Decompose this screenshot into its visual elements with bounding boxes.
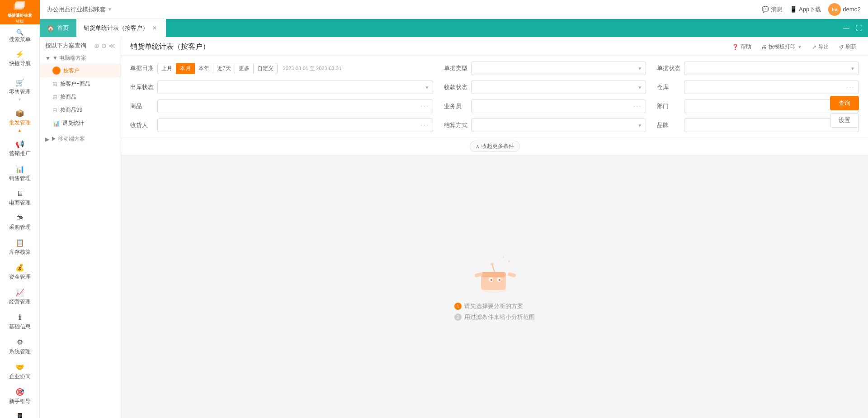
filter-out-status: 出库状态 ▼ [130,81,433,94]
out-status-control[interactable]: ▼ [157,81,433,94]
message-icon: 💬 [762,6,769,13]
scheme-item-by-goods99[interactable]: ⊟ 按商品99 [40,104,121,117]
settlement-caret: ▼ [637,123,642,128]
sidebar-item-system[interactable]: ⚙ 系统管理 [0,334,39,359]
bill-type-control[interactable]: ▼ [471,62,646,75]
help-btn[interactable]: ❓ 帮助 [729,42,754,52]
date-tab-last7days[interactable]: 近7天 [213,63,235,74]
sidebar-item-purchase[interactable]: 🛍 采购管理 [0,210,39,235]
payment-status-caret: ▼ [637,85,642,90]
refresh-icon: ↺ [839,44,844,50]
svg-rect-2 [15,2,24,9]
sidebar-item-wholesale[interactable]: 📦 批发管理 ▲ [0,105,39,136]
filter-warehouse: 仓库 ··· [657,81,859,94]
sidebar-item-appstore[interactable]: 📱 应用中心 [0,409,39,418]
bill-status-control[interactable]: ▼ [684,62,859,75]
bill-type-label: 单据类型 [444,64,471,72]
page-actions: ❓ 帮助 🖨 按模板打印 ▼ ↗ 导出 [729,42,859,52]
warehouse-label: 仓库 [657,83,684,91]
settlement-control[interactable]: ▼ [471,119,646,132]
message-btn[interactable]: 💬 消息 [762,5,783,14]
date-tab-more[interactable]: 更多 [235,63,254,74]
scheme-item-return-stat[interactable]: 📊 退货统计 [40,117,121,130]
sidebar-item-operations[interactable]: 📈 经营管理 [0,285,39,309]
filter-date: 单据日期 上月 本月 本年 近7天 更多 自定义 20 [130,63,433,74]
date-tab-thisyear[interactable]: 本年 [194,63,213,74]
scheme-group-desktop: ▼ ▼ 电脑端方案 按客户 ⊞ 按客户+商品 ⊟ 按商品 ⊟ 按商品99 [40,52,121,133]
newbie-icon: 🎯 [15,388,24,396]
filter-salesperson: 业务员 ··· [444,100,646,113]
settings-scheme-btn[interactable]: ⊙ [101,42,107,49]
salesperson-control[interactable]: ··· [471,100,646,113]
scheme-group-desktop-title[interactable]: ▼ ▼ 电脑端方案 [40,52,121,64]
filter-settlement: 结算方式 ▼ [444,119,646,132]
company-selector[interactable]: 办公用品行业模拟账套 ▼ [47,5,112,14]
receiver-control[interactable]: ··· [157,119,433,132]
tab-home[interactable]: 🏠 首页 [40,19,76,37]
sidebar-item-basic[interactable]: ℹ 基础信息 [0,309,39,334]
settlement-label: 结算方式 [444,121,471,129]
filter-department: 部门 ▼ [657,100,859,113]
scheme-item-by-goods[interactable]: ⊟ 按商品 [40,90,121,104]
export-btn[interactable]: ↗ 导出 [809,42,832,52]
date-label: 单据日期 [130,64,157,72]
home-icon: 🏠 [47,25,54,32]
sidebar-item-ecommerce[interactable]: 🖥 电商管理 [0,186,39,210]
content-area: 按以下方案查询 ⊕ ⊙ ≪ ▼ ▼ 电脑端方案 按客户 ⊞ [40,37,868,418]
goods-control[interactable]: ··· [157,100,433,113]
appstore-icon: 📱 [15,413,24,418]
refresh-btn[interactable]: ↺ 刷新 [836,42,859,52]
out-status-caret: ▼ [425,85,429,90]
template-print-btn[interactable]: 🖨 按模板打印 ▼ [759,42,805,52]
sidebar-item-shortcut[interactable]: ⚡ 快捷导航 [0,46,39,71]
active-scheme-indicator [52,66,61,75]
print-icon: 🖨 [761,44,767,50]
out-status-label: 出库状态 [130,83,157,91]
scheme-item-by-customer-goods[interactable]: ⊞ 按客户+商品 [40,77,121,90]
setting-button[interactable]: 设置 [830,113,859,128]
add-scheme-btn[interactable]: ⊕ [94,42,99,49]
date-tab-lastmonth[interactable]: 上月 [157,63,176,74]
sidebar-item-marketing[interactable]: 📢 营销推广 [0,136,39,161]
search-menu[interactable]: 🔍 搜索菜单 [0,24,39,46]
finance-icon: 💰 [15,263,24,272]
tab-sales-stat[interactable]: 销货单统计表（按客户） ✕ [76,19,166,37]
sidebar-item-retail[interactable]: 🛒 零售管理 ▼ [0,75,39,105]
collapse-panel-btn[interactable]: ≪ [108,42,115,49]
topbar-left: 办公用品行业模拟账套 ▼ [47,5,112,14]
app-download-btn[interactable]: 📱 App下载 [790,5,821,14]
payment-status-label: 收款状态 [444,83,471,91]
tip-num-1: 1 [454,303,462,310]
scheme-item-by-customer[interactable]: 按客户 [40,64,121,77]
company-name: 办公用品行业模拟账套 [47,5,106,14]
tab-close-icon[interactable]: ✕ [151,24,158,32]
query-button[interactable]: 查询 [830,96,859,110]
sidebar-item-newbie[interactable]: 🎯 新手引导 [0,384,39,409]
warehouse-control[interactable]: ··· [684,81,859,94]
scheme-group-mobile-title[interactable]: ▶ ▶ 移动端方案 [40,133,121,145]
payment-status-control[interactable]: ▼ [471,81,646,94]
brand-label: 品牌 [657,121,684,129]
chevron-right-icon: ▶ [45,136,49,142]
filter-goods: 商品 ··· [130,100,433,113]
main-content: 销货单统计表（按客户） ❓ 帮助 🖨 按模板打印 ▼ [121,37,868,418]
chevron-down-icon: ▼ [45,55,51,62]
app-subtitle: 标版 [16,19,24,24]
sidebar-item-inventory[interactable]: 📋 库存核算 [0,235,39,260]
svg-text:✦: ✦ [507,259,511,264]
empty-illustration: ✦ ✦ [467,252,522,297]
scheme-group-mobile: ▶ ▶ 移动端方案 [40,133,121,148]
sidebar-item-enterprise[interactable]: 🤝 企业协同 [0,359,39,384]
tab-minimize-btn[interactable]: — [841,23,852,33]
date-tab-thismonth[interactable]: 本月 [176,63,195,74]
user-menu[interactable]: Ea demo2 [828,3,861,16]
filter-container: 销货单统计表（按客户） ❓ 帮助 🖨 按模板打印 ▼ [121,37,868,155]
date-range-text: 2023-03-01 至 2023-03-31 [283,65,342,72]
sidebar-item-sales[interactable]: 📊 销售管理 [0,161,39,186]
sidebar-item-finance[interactable]: 💰 资金管理 [0,260,39,285]
date-tab-custom[interactable]: 自定义 [253,63,278,74]
collapse-btn[interactable]: ∧ 收起更多条件 [470,141,520,152]
scheme-header-actions: ⊕ ⊙ ≪ [94,42,115,49]
export-icon: ↗ [812,44,816,50]
tab-maximize-btn[interactable]: ⛶ [854,23,864,33]
